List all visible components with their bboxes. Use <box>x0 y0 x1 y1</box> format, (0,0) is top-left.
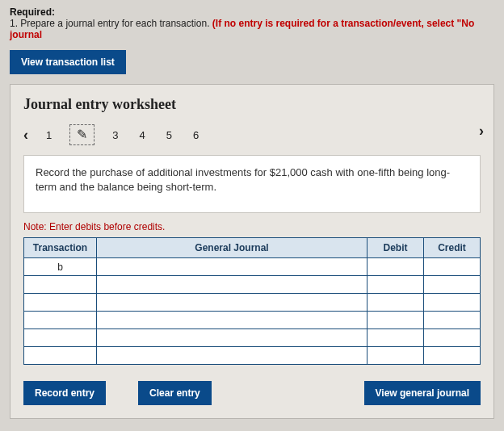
cell-general-journal[interactable] <box>97 276 368 294</box>
cell-general-journal[interactable] <box>97 258 368 276</box>
pager-item-2-active[interactable]: ✎ <box>69 124 94 145</box>
pager-item-5[interactable]: 5 <box>163 128 175 143</box>
cell-debit[interactable] <box>368 258 424 276</box>
cell-transaction[interactable] <box>24 347 97 365</box>
header-credit: Credit <box>424 238 481 258</box>
record-entry-button[interactable]: Record entry <box>23 381 106 405</box>
cell-credit[interactable] <box>424 347 481 365</box>
view-general-journal-button[interactable]: View general journal <box>364 381 481 405</box>
cell-general-journal[interactable] <box>97 294 368 312</box>
debits-credits-note: Note: Enter debits before credits. <box>23 221 481 232</box>
cell-credit[interactable] <box>424 329 481 347</box>
cell-transaction[interactable]: b <box>24 258 97 276</box>
required-block: Required: 1. Prepare a journal entry for… <box>0 0 504 45</box>
table-row <box>24 276 481 294</box>
instruction-box: Record the purchase of additional invest… <box>23 155 481 213</box>
header-general-journal: General Journal <box>97 238 368 258</box>
table-row <box>24 294 481 312</box>
journal-table: Transaction General Journal Debit Credit… <box>23 237 481 365</box>
clear-entry-button[interactable]: Clear entry <box>138 381 212 405</box>
table-row <box>24 347 481 365</box>
cell-general-journal[interactable] <box>97 312 368 329</box>
table-row <box>24 312 481 329</box>
pencil-icon: ✎ <box>77 128 87 141</box>
cell-debit[interactable] <box>368 347 424 365</box>
required-label: Required: <box>10 6 494 18</box>
pager-item-6[interactable]: 6 <box>190 128 202 143</box>
pager-item-1[interactable]: 1 <box>43 128 55 143</box>
cell-transaction[interactable] <box>24 276 97 294</box>
header-transaction: Transaction <box>24 238 97 258</box>
cell-debit[interactable] <box>368 294 424 312</box>
worksheet-button-row: Record entry Clear entry View general jo… <box>23 381 481 405</box>
table-header-row: Transaction General Journal Debit Credit <box>24 238 481 258</box>
journal-worksheet: Journal entry worksheet ‹ 1 ✎ 3 4 5 6 › … <box>10 84 494 419</box>
worksheet-pager: ‹ 1 ✎ 3 4 5 6 › <box>23 124 481 145</box>
required-text: 1. Prepare a journal entry for each tran… <box>10 18 212 29</box>
cell-general-journal[interactable] <box>97 329 368 347</box>
left-buttons: Record entry Clear entry <box>23 381 212 405</box>
pager-next-icon[interactable]: › <box>479 123 484 140</box>
cell-debit[interactable] <box>368 276 424 294</box>
cell-credit[interactable] <box>424 294 481 312</box>
view-transaction-list-button[interactable]: View transaction list <box>10 50 126 74</box>
cell-credit[interactable] <box>424 276 481 294</box>
pager-item-4[interactable]: 4 <box>136 128 148 143</box>
cell-transaction[interactable] <box>24 312 97 329</box>
table-row <box>24 329 481 347</box>
cell-debit[interactable] <box>368 312 424 329</box>
cell-credit[interactable] <box>424 312 481 329</box>
pager-item-3[interactable]: 3 <box>109 128 121 143</box>
pager-prev-icon[interactable]: ‹ <box>23 127 28 144</box>
table-row: b <box>24 258 481 276</box>
cell-debit[interactable] <box>368 329 424 347</box>
worksheet-title: Journal entry worksheet <box>23 96 481 113</box>
cell-transaction[interactable] <box>24 294 97 312</box>
header-debit: Debit <box>368 238 424 258</box>
cell-transaction[interactable] <box>24 329 97 347</box>
cell-credit[interactable] <box>424 258 481 276</box>
cell-general-journal[interactable] <box>97 347 368 365</box>
